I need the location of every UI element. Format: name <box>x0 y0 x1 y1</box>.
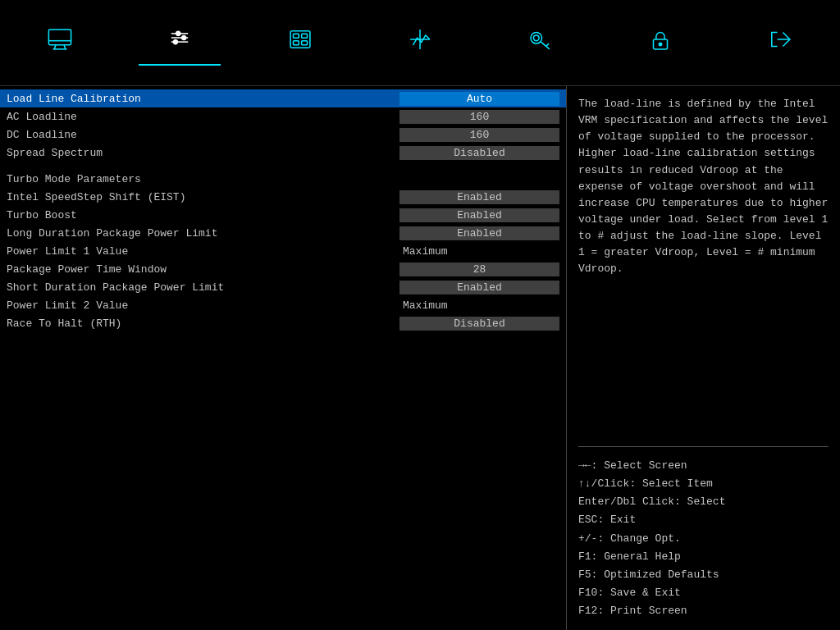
svg-point-6 <box>182 35 186 39</box>
setting-name-short-duration-power: Short Duration Package Power Limit <box>7 281 399 294</box>
setting-name-long-duration-power: Long Duration Package Power Limit <box>7 227 399 240</box>
svg-point-16 <box>534 34 540 40</box>
setting-value-spread-spectrum[interactable]: Disabled <box>399 146 559 160</box>
setting-value-load-line-calibration[interactable]: Auto <box>399 92 559 106</box>
setting-name-package-power-window: Package Power Time Window <box>7 263 399 276</box>
setting-row-spread-spectrum[interactable]: Spread SpectrumDisabled <box>0 144 566 162</box>
setting-row-race-to-halt[interactable]: Race To Halt (RTH)Disabled <box>0 314 566 332</box>
svg-rect-10 <box>301 34 307 38</box>
setting-value-ac-loadline[interactable]: 160 <box>399 110 559 124</box>
svg-point-20 <box>659 43 661 45</box>
key-hints: →←: Select Screen↑↓/Click: Select ItemEn… <box>578 457 829 620</box>
hint-line: F10: Save & Exit <box>578 584 829 602</box>
svg-rect-0 <box>49 30 71 45</box>
top-navigation <box>0 0 840 86</box>
setting-name-ac-loadline: AC Loadline <box>7 111 399 123</box>
hint-line: F5: Optimized Defaults <box>578 566 829 584</box>
nav-boot[interactable] <box>619 25 701 64</box>
setting-row-ac-loadline[interactable]: AC Loadline160 <box>0 107 566 126</box>
nav-exit[interactable] <box>739 25 821 64</box>
setting-row-short-duration-power[interactable]: Short Duration Package Power LimitEnable… <box>0 278 566 296</box>
setting-value-power-limit-2: Maximum <box>399 299 559 313</box>
setting-name-intel-speedstep: Intel SpeedStep Shift (EIST) <box>7 191 399 203</box>
svg-point-7 <box>174 39 178 43</box>
setting-name-power-limit-1: Power Limit 1 Value <box>7 245 399 258</box>
setting-value-short-duration-power[interactable]: Enabled <box>399 281 559 294</box>
nav-overclocking[interactable] <box>139 24 221 66</box>
setting-name-load-line-calibration: Load Line Calibration <box>7 93 399 105</box>
setting-name-turbo-mode-params: Turbo Mode Parameters <box>7 173 559 185</box>
setting-row-intel-speedstep[interactable]: Intel SpeedStep Shift (EIST)Enabled <box>0 188 566 206</box>
setting-value-turbo-boost[interactable]: Enabled <box>399 208 559 222</box>
setting-row-dc-loadline[interactable]: DC Loadline160 <box>0 126 566 144</box>
hint-line: +/-: Change Opt. <box>578 530 829 548</box>
key-icon <box>526 25 554 59</box>
setting-value-race-to-halt[interactable]: Disabled <box>399 317 559 331</box>
spacer-row <box>0 162 566 170</box>
hint-line: F1: General Help <box>578 548 829 566</box>
overclocking-icon <box>166 24 194 57</box>
hint-line: ↑↓/Click: Select Item <box>578 475 829 493</box>
setting-value-package-power-window[interactable]: 28 <box>399 262 559 276</box>
setting-row-turbo-boost[interactable]: Turbo BoostEnabled <box>0 206 566 224</box>
svg-rect-9 <box>293 34 299 38</box>
setting-row-turbo-mode-params[interactable]: Turbo Mode Parameters <box>0 170 566 188</box>
nav-security[interactable] <box>499 25 581 64</box>
nav-advanced[interactable] <box>259 25 341 64</box>
exit-icon <box>766 25 794 59</box>
setting-row-power-limit-2[interactable]: Power Limit 2 ValueMaximum <box>0 296 566 314</box>
info-divider <box>578 446 829 447</box>
setting-value-dc-loadline[interactable]: 160 <box>399 128 559 142</box>
setting-row-package-power-window[interactable]: Package Power Time Window28 <box>0 260 566 278</box>
setting-name-turbo-boost: Turbo Boost <box>7 209 399 221</box>
svg-line-17 <box>541 41 550 48</box>
setting-row-power-limit-1[interactable]: Power Limit 1 ValueMaximum <box>0 242 566 260</box>
monitor-nav-icon <box>406 25 434 59</box>
settings-panel: Load Line CalibrationAutoAC Loadline160D… <box>0 86 566 630</box>
setting-value-intel-speedstep[interactable]: Enabled <box>399 190 559 204</box>
info-panel: The load-line is defined by the Intel VR… <box>566 86 840 630</box>
setting-name-spread-spectrum: Spread Spectrum <box>7 147 399 159</box>
setting-name-dc-loadline: DC Loadline <box>7 129 399 141</box>
hint-line: F12: Print Screen <box>578 602 829 620</box>
setting-name-race-to-halt: Race To Halt (RTH) <box>7 317 399 330</box>
setting-row-long-duration-power[interactable]: Long Duration Package Power LimitEnabled <box>0 224 566 242</box>
setting-row-load-line-calibration[interactable]: Load Line CalibrationAuto <box>0 89 566 107</box>
content-area: Load Line CalibrationAutoAC Loadline160D… <box>0 86 840 630</box>
monitor-icon <box>46 25 74 59</box>
hint-line: ESC: Exit <box>578 511 829 529</box>
svg-line-18 <box>546 43 549 46</box>
svg-rect-11 <box>293 40 299 44</box>
svg-point-5 <box>176 31 180 35</box>
setting-value-long-duration-power[interactable]: Enabled <box>399 226 559 240</box>
setting-name-power-limit-2: Power Limit 2 Value <box>7 299 399 312</box>
hint-line: Enter/Dbl Click: Select <box>578 493 829 511</box>
setting-value-power-limit-1: Maximum <box>399 244 559 258</box>
nav-main[interactable] <box>19 25 101 64</box>
svg-rect-12 <box>301 40 307 44</box>
advanced-icon <box>286 25 314 59</box>
lock-icon <box>646 25 674 59</box>
hint-line: →←: Select Screen <box>578 457 829 475</box>
nav-monitor[interactable] <box>379 25 461 64</box>
description-text: The load-line is defined by the Intel VR… <box>578 96 829 436</box>
